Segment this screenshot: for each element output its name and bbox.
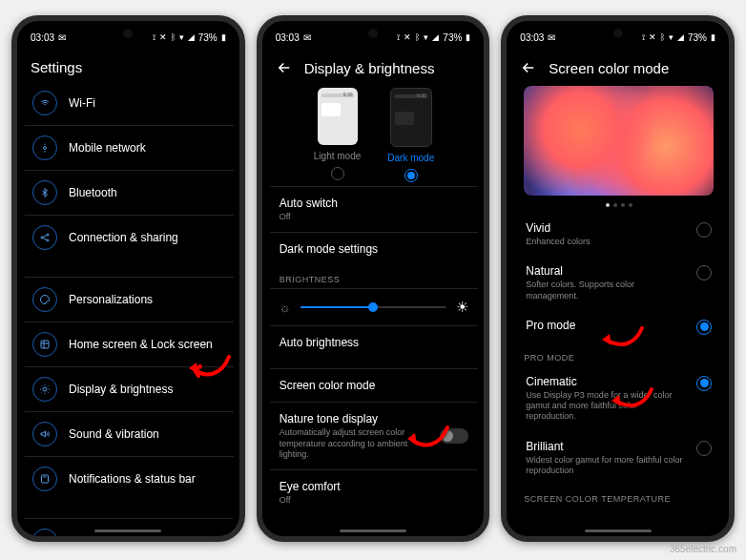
settings-item-password[interactable]: Password & security: [25, 518, 234, 536]
light-mode-thumb: 9:30: [318, 88, 358, 145]
bluetooth-icon: [32, 180, 57, 205]
option-brilliant[interactable]: Brilliant Widest color gamut for more fa…: [514, 431, 723, 486]
nfc-icon: ⟟: [397, 32, 400, 43]
brightness-icon: [32, 377, 57, 402]
radio-icon: [696, 441, 712, 456]
color-preview-image[interactable]: [524, 86, 714, 196]
home-indicator[interactable]: [340, 529, 406, 532]
settings-item-personalizations[interactable]: Personalizations: [25, 277, 234, 321]
auto-switch-row[interactable]: Auto switch Off: [270, 186, 479, 232]
dark-mode-settings-row[interactable]: Dark mode settings: [270, 232, 479, 265]
camera-notch: [368, 29, 378, 38]
gmail-icon: ✉: [303, 32, 311, 43]
settings-item-notifications[interactable]: Notifications & status bar: [25, 456, 234, 501]
battery-icon: ▮: [466, 32, 470, 42]
page-title: Screen color mode: [549, 60, 669, 76]
carousel-dots[interactable]: [514, 201, 723, 213]
svg-point-3: [47, 239, 49, 241]
screen-color-mode-row[interactable]: Screen color mode: [270, 368, 479, 402]
sound-icon: [32, 422, 57, 446]
section-brightness: BRIGHTNESS: [270, 265, 479, 288]
auto-brightness-row[interactable]: Auto brightness: [270, 325, 479, 359]
brightness-slider-row: ☼ ☀: [270, 288, 479, 325]
wifi-icon: ▾: [669, 32, 673, 42]
radio-icon: [404, 169, 418, 182]
bluetooth-icon: ᛒ: [171, 32, 176, 42]
dark-mode-thumb: 9:30: [390, 88, 432, 147]
settings-list[interactable]: Wi-Fi Mobile network Bluetooth Connectio…: [17, 81, 239, 536]
option-natural[interactable]: Natural Softer colors. Supports color ma…: [514, 256, 723, 310]
nfc-icon: ⟟: [642, 32, 645, 43]
radio-icon: [696, 320, 712, 335]
nature-tone-row[interactable]: Nature tone display Automatically adjust…: [270, 402, 479, 469]
status-time: 03:03: [276, 32, 300, 43]
watermark: 365electric.com: [670, 544, 736, 554]
svg-point-1: [41, 237, 43, 239]
battery-text: 73%: [688, 32, 707, 43]
grid-icon: [32, 332, 57, 357]
radio-icon: [696, 376, 712, 391]
brightness-low-icon: ☼: [280, 301, 291, 315]
page-title: Display & brightness: [304, 60, 435, 76]
bluetooth-icon: ᛒ: [660, 32, 665, 42]
eye-comfort-row[interactable]: Eye comfort Off: [270, 469, 479, 515]
section-color-temp: SCREEN COLOR TEMPERATURE: [514, 485, 723, 508]
back-button[interactable]: [520, 59, 537, 76]
wifi-icon: [32, 91, 57, 115]
section-pro-mode: PRO MODE: [514, 343, 723, 366]
vibrate-icon: ✕: [404, 32, 411, 42]
share-icon: [32, 225, 57, 250]
camera-notch: [613, 29, 623, 38]
lock-icon: [32, 529, 57, 536]
home-indicator[interactable]: [94, 529, 161, 532]
gmail-icon: ✉: [58, 32, 66, 43]
theme-mode-selector: 9:30 Light mode 9:30 Dark mode: [270, 82, 479, 186]
paint-icon: [32, 287, 57, 312]
phone-screen-color-mode: 03:03 ✉ ⟟ ✕ ᛒ ▾ ◢ 73% ▮ Screen color mod…: [501, 15, 735, 542]
settings-item-bluetooth[interactable]: Bluetooth: [25, 170, 234, 215]
status-time: 03:03: [31, 32, 54, 43]
nfc-icon: ⟟: [153, 32, 155, 43]
battery-icon: ▮: [711, 32, 715, 42]
settings-item-homescreen[interactable]: Home screen & Lock screen: [25, 321, 234, 366]
option-cinematic[interactable]: Cinematic Use Display P3 mode for a wide…: [514, 366, 723, 431]
brightness-slider[interactable]: [300, 306, 447, 308]
vibrate-icon: ✕: [159, 32, 167, 42]
camera-notch: [123, 29, 133, 38]
phone-display-brightness: 03:03 ✉ ⟟ ✕ ᛒ ▾ ◢ 73% ▮ Display & bright…: [257, 15, 490, 542]
nature-tone-toggle[interactable]: [440, 428, 468, 444]
svg-point-2: [47, 234, 49, 236]
svg-point-5: [43, 387, 47, 391]
radio-icon: [696, 265, 712, 280]
dark-mode-option[interactable]: 9:30 Dark mode: [387, 88, 434, 182]
light-mode-option[interactable]: 9:30 Light mode: [314, 88, 361, 182]
settings-item-display[interactable]: Display & brightness: [25, 366, 234, 411]
option-vivid[interactable]: Vivid Enhanced colors: [514, 213, 723, 256]
battery-text: 73%: [443, 32, 462, 43]
phone-settings: 03:03 ✉ ⟟ ✕ ᛒ ▾ ◢ 73% ▮ Settings Wi-Fi: [11, 15, 245, 542]
status-time: 03:03: [520, 32, 544, 43]
signal-icon: ◢: [188, 32, 195, 42]
settings-item-wifi[interactable]: Wi-Fi: [25, 81, 234, 125]
svg-point-0: [44, 147, 47, 150]
settings-item-sound[interactable]: Sound & vibration: [25, 411, 234, 456]
home-indicator[interactable]: [585, 529, 652, 532]
signal-icon: ◢: [677, 32, 684, 42]
svg-rect-6: [42, 475, 49, 483]
battery-icon: ▮: [221, 32, 226, 42]
settings-item-connection[interactable]: Connection & sharing: [25, 215, 234, 259]
bluetooth-icon: ᛒ: [415, 32, 420, 42]
vibrate-icon: ✕: [649, 32, 656, 42]
wifi-icon: ▾: [179, 32, 184, 42]
svg-rect-4: [41, 341, 49, 348]
back-button[interactable]: [276, 59, 293, 76]
battery-text: 73%: [198, 32, 218, 43]
wifi-icon: ▾: [424, 32, 428, 42]
settings-item-mobile[interactable]: Mobile network: [25, 125, 234, 170]
option-pro-mode[interactable]: Pro mode: [514, 310, 723, 343]
brightness-high-icon: ☀: [456, 299, 468, 316]
bell-icon: [32, 467, 57, 491]
signal-icon: ◢: [432, 32, 439, 42]
radio-icon: [696, 222, 712, 238]
sim-icon: [32, 135, 57, 160]
